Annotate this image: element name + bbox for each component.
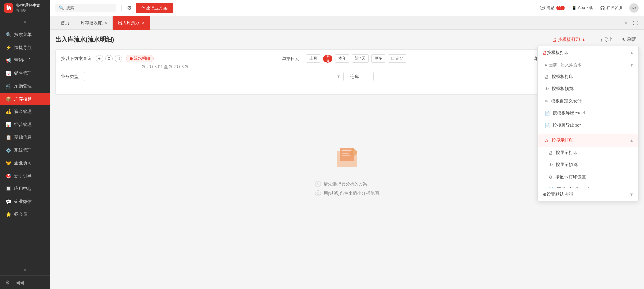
date-last-month-btn[interactable]: 上月: [306, 54, 320, 63]
sidebar-item-member[interactable]: ⭐ 畅会员: [0, 208, 50, 221]
template-custom-icon: ✏: [545, 99, 548, 104]
tab-flow-label: 出入库流水: [118, 20, 140, 26]
phone-icon: 📱: [572, 6, 577, 10]
dropdown-section-display-print[interactable]: 🖨 按显示打印 ▲: [538, 134, 638, 147]
sidebar-item-label: 应用中心: [14, 186, 32, 192]
current-arrow[interactable]: ▼: [630, 63, 634, 68]
footer-arrow: ▼: [629, 192, 634, 197]
tab-batch-account-label: 库存批次账: [81, 20, 103, 26]
settings-bottom-icon[interactable]: ⚙: [5, 279, 10, 286]
sidebar-item-search[interactable]: 🔍 搜索菜单: [0, 28, 50, 41]
user-avatar-btn[interactable]: Rit: [629, 3, 639, 13]
dropdown-item-template-print[interactable]: 🖨 按模板打印: [538, 71, 638, 83]
operations-icon: 📊: [5, 122, 11, 128]
date-more-btn[interactable]: 更多: [371, 54, 385, 63]
step-num-1: ①: [315, 181, 321, 187]
dropdown-current: ● 当前：出入库流水 ▼: [538, 59, 638, 71]
basics-icon: 📋: [5, 134, 11, 140]
dropdown-item-display-settings[interactable]: ⚙ 按显示打印设置: [538, 171, 638, 183]
filter-collapse-btn[interactable]: 《: [115, 55, 122, 62]
online-service-btn[interactable]: 🎧 在线客服: [600, 5, 622, 11]
dropdown-item-template-pdf[interactable]: 📄 按模板导出pdf: [538, 119, 638, 131]
tab-flow-close[interactable]: ×: [142, 21, 144, 25]
date-filter-controls: 上月 本月 本年 近7天 更多 自定义: [306, 54, 406, 63]
sidebar-item-label: 系统管理: [14, 147, 32, 153]
filter-tag-label: 流水明细: [134, 56, 150, 61]
sidebar-item-inventory[interactable]: 📦 库存核算: [0, 93, 50, 105]
sidebar-item-app-center[interactable]: 🔲 应用中心: [0, 182, 50, 195]
sidebar-item-quick-nav[interactable]: ⚡ 快捷导航: [0, 41, 50, 54]
page-title-bar: 出入库流水(流水明细) 🖨 按模板打印 ▲ | ↑ 导出 ↻ 刷新: [55, 35, 639, 44]
sidebar-logo: 畅 畅捷通好生意 标准版: [0, 0, 50, 16]
sidebar-item-operations[interactable]: 📊 经营管理: [0, 118, 50, 131]
dropdown-item-template-preview[interactable]: 👁 按模板预览: [538, 83, 638, 95]
brand-name: 畅捷通好生意: [16, 3, 40, 8]
dropdown-item-display-preview[interactable]: 👁 按显示预览: [538, 159, 638, 171]
business-type-group: 业务类型 ▼: [61, 72, 344, 81]
search-input[interactable]: [66, 6, 113, 10]
filter-settings-btn[interactable]: ⚙: [105, 55, 113, 62]
refresh-btn[interactable]: ↻ 刷新: [619, 35, 639, 44]
tab-home[interactable]: 首页: [55, 16, 75, 30]
date-label: 单据日期: [282, 56, 302, 62]
current-dot: ●: [545, 63, 547, 68]
close-window-btn[interactable]: ✕: [622, 20, 629, 26]
export-btn[interactable]: ↑ 导出: [598, 35, 616, 44]
sidebar-item-guide[interactable]: 🎯 新手引导: [0, 169, 50, 182]
maximize-window-btn[interactable]: ⛶: [632, 20, 639, 26]
sidebar-item-label: 快捷导航: [14, 45, 32, 51]
business-type-arrow[interactable]: ▼: [336, 74, 341, 79]
sidebar-item-label: 营销推广: [14, 57, 32, 63]
dropdown-item-display-excel[interactable]: 📄 按显示导出excel: [538, 183, 638, 188]
date-custom-btn[interactable]: 自定义: [388, 54, 406, 63]
topbar-search-box[interactable]: 🔍: [55, 4, 116, 12]
export-icon: ↑: [601, 37, 603, 42]
filter-search-label: 按以下方案查询: [61, 56, 92, 62]
message-badge: 99+: [556, 6, 565, 10]
display-print-section-icon: 🖨: [545, 138, 549, 143]
sidebar-item-system[interactable]: ⚙️ 系统管理: [0, 144, 50, 157]
dropdown-printer-icon: 🖨: [543, 50, 547, 55]
message-btn[interactable]: 💬 消息 99+: [540, 5, 565, 11]
scroll-down-btn[interactable]: ▼: [0, 265, 50, 275]
svg-rect-2: [342, 150, 352, 151]
industry-btn[interactable]: 体验行业方案: [136, 3, 173, 13]
sidebar-item-enterprise[interactable]: 🤝 企业协同: [0, 157, 50, 169]
date-this-year-btn[interactable]: 本年: [335, 54, 349, 63]
print-template-btn[interactable]: 🖨 按模板打印 ▲: [550, 35, 588, 44]
dropdown-item-display-print[interactable]: 🖨 按显示打印: [538, 147, 638, 159]
dropdown-item-template-excel[interactable]: 📄 按模板导出excel: [538, 107, 638, 119]
dropdown-collapse-arrow[interactable]: ▲: [630, 50, 634, 55]
sidebar-item-purchase[interactable]: 🛒 采购管理: [0, 80, 50, 93]
tab-flow[interactable]: 出入库流水 ×: [113, 16, 150, 30]
sidebar-item-sales[interactable]: 📈 销售管理: [0, 67, 50, 80]
sidebar-item-marketing[interactable]: 📢 营销推广: [0, 54, 50, 67]
topbar-gear-icon[interactable]: ⚙: [127, 5, 132, 11]
app-download-btn[interactable]: 📱 App下载: [572, 5, 593, 11]
purchase-icon: 🛒: [5, 83, 11, 89]
sidebar-item-label: 畅会员: [14, 211, 27, 217]
sidebar-item-label: 经营管理: [14, 122, 32, 128]
sidebar-item-label: 企业协同: [14, 160, 32, 166]
inventory-icon: 📦: [5, 96, 11, 102]
filter-add-btn[interactable]: +: [96, 55, 103, 62]
tab-batch-account-close[interactable]: ×: [105, 21, 107, 25]
member-icon: ⭐: [5, 211, 11, 217]
display-section-arrow: ▲: [629, 138, 634, 143]
dropdown-footer[interactable]: ⚙ 设置默认功能 ▼: [538, 188, 638, 201]
step-num-2: ②: [315, 190, 321, 196]
scroll-up-btn[interactable]: ▲: [0, 16, 50, 26]
sidebar-menu: 🔍 搜索菜单 ⚡ 快捷导航 📢 营销推广 📈 销售管理 🛒 采购管理 📦 库存核…: [0, 26, 50, 265]
date-last-7days-btn[interactable]: 近7天: [352, 54, 369, 63]
sidebar-item-finance[interactable]: 💰 资金管理: [0, 105, 50, 118]
sidebar-item-basics[interactable]: 📋 基础信息: [0, 131, 50, 144]
tab-batch-account[interactable]: 库存批次账 ×: [75, 16, 113, 30]
sidebar-item-wechat[interactable]: 💬 企业微信: [0, 195, 50, 208]
collapse-sidebar-icon[interactable]: ◀◀: [16, 279, 24, 286]
dropdown-item-template-custom[interactable]: ✏ 模板自定义设计: [538, 95, 638, 107]
sidebar-item-label: 企业微信: [14, 199, 32, 205]
template-print-icon: 🖨: [545, 74, 549, 79]
business-type-label: 业务类型: [61, 74, 81, 80]
filter-tag: 流水明细: [126, 55, 154, 62]
date-this-month-btn[interactable]: 本月: [323, 55, 332, 63]
